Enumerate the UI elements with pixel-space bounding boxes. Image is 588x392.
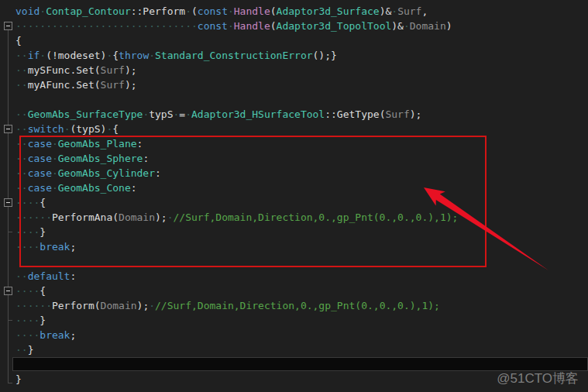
whitespace-dots: ···· [15, 285, 40, 297]
code-token: typS [149, 108, 173, 120]
code-token: Surf [385, 108, 409, 120]
code-token: Surf [101, 79, 125, 91]
whitespace-dots: · [149, 300, 155, 311]
minus-icon [6, 291, 10, 291]
code-token: //Surf,Domain,Direction,0.,gp_Pnt(0.,0.,… [155, 300, 440, 311]
whitespace-dots: ···· [15, 315, 40, 326]
whitespace-dots: ·· [15, 64, 28, 76]
code-line[interactable]: void·Contap_Contour::Perform·(const·Hand… [15, 4, 588, 19]
code-token: Contap_Contour [46, 5, 131, 17]
scope-end-tick [8, 383, 12, 383]
whitespace-dots: · [391, 5, 397, 17]
code-token: ( [191, 5, 198, 17]
fold-collapse-button[interactable] [4, 287, 12, 295]
whitespace-dots: · [228, 5, 234, 17]
code-token: myAFunc.Set( [28, 79, 101, 91]
code-line[interactable] [15, 92, 588, 107]
fold-collapse-button[interactable] [4, 198, 12, 207]
annotation-rectangle [19, 136, 487, 267]
code-token: ::GetType( [325, 108, 385, 120]
code-line[interactable]: ··switch·(typS)·{ [15, 122, 588, 136]
code-token: ( [270, 20, 277, 32]
code-token: Surf [101, 64, 125, 76]
whitespace-dots: ·· [15, 270, 28, 282]
code-token: if [28, 50, 40, 61]
code-line[interactable]: ··} [15, 342, 588, 357]
code-token: ::Perform [131, 5, 185, 17]
code-line[interactable]: ··if·(!modeset)·{throw·Standard_Construc… [15, 48, 588, 63]
code-token: ( [270, 5, 277, 17]
code-line[interactable]: ··GeomAbs_SurfaceType·typS·=·Adaptor3d_H… [15, 107, 588, 122]
code-token: { [112, 50, 119, 61]
code-token: ();} [313, 50, 337, 61]
code-token: Handle [234, 5, 270, 17]
code-line[interactable]: ····} [15, 313, 588, 328]
scope-end-tick [8, 320, 12, 321]
code-token: break [40, 329, 70, 341]
minus-icon [6, 202, 10, 203]
watermark-text: @51CTO博客 [497, 370, 579, 387]
code-token: { [112, 123, 119, 135]
whitespace-dots: · [40, 5, 46, 17]
code-line[interactable]: ····{ [15, 284, 588, 298]
code-line[interactable]: ······························const·Hand… [15, 19, 588, 33]
code-token: { [15, 35, 22, 46]
code-token: } [40, 315, 46, 326]
code-token: GeomAbs_SurfaceType [28, 108, 143, 120]
code-token: switch [28, 123, 64, 135]
code-token: ) [446, 20, 452, 32]
whitespace-dots: ·· [15, 50, 28, 61]
code-token: ); [125, 79, 137, 91]
code-token: = [179, 108, 185, 120]
whitespace-dots: · [185, 5, 191, 17]
whitespace-dots: · [40, 50, 46, 61]
fold-collapse-button[interactable] [4, 22, 12, 30]
code-token: (typS) [70, 123, 106, 135]
code-token: default [28, 270, 70, 282]
code-line[interactable]: { [15, 33, 588, 48]
code-line[interactable]: ······Perform(Domain);·//Surf,Domain,Dir… [15, 298, 588, 313]
code-token: void [15, 5, 40, 17]
minus-icon [6, 129, 10, 129]
whitespace-dots: · [149, 50, 155, 61]
code-token: : [70, 270, 76, 282]
whitespace-dots: · [185, 108, 191, 120]
code-token: Handle [234, 20, 270, 32]
code-token: Standard_ConstructionError [155, 50, 313, 61]
whitespace-dots: ······························ [15, 20, 198, 32]
whitespace-dots: ·· [15, 79, 28, 91]
code-line[interactable]: ··mySFunc.Set(Surf); [15, 63, 588, 77]
code-editor[interactable]: void·Contap_Contour::Perform·(const·Hand… [0, 0, 588, 392]
minus-icon [6, 26, 10, 26]
code-token: ); [137, 300, 150, 311]
scope-end-tick [8, 232, 12, 232]
code-token: const [198, 20, 228, 32]
code-line[interactable]: ··default: [15, 269, 588, 284]
whitespace-dots: ·· [15, 108, 28, 120]
code-token: Domain [410, 20, 446, 32]
code-token: Surf [397, 5, 421, 17]
whitespace-dots: ······ [15, 300, 52, 311]
code-token: Perform( [52, 300, 101, 311]
code-token: ; [70, 329, 76, 341]
code-token: Adaptor3d_HSurfaceTool [191, 108, 325, 120]
whitespace-dots: · [228, 20, 234, 32]
code-token: throw [119, 50, 149, 61]
code-token: )& [391, 20, 404, 32]
code-token: ); [125, 64, 137, 76]
code-token: ); [410, 108, 422, 120]
code-line[interactable]: ··myAFunc.Set(Surf); [15, 77, 588, 92]
code-line[interactable]: ····break; [15, 328, 588, 342]
code-token: } [28, 344, 34, 356]
code-token: Domain [101, 300, 137, 311]
code-token: Adaptor3d_Surface [277, 5, 380, 17]
code-token: Adaptor3d_TopolTool [277, 20, 392, 32]
code-token: )& [380, 5, 392, 17]
fold-collapse-button[interactable] [4, 125, 12, 133]
code-token: } [15, 373, 22, 385]
whitespace-dots: ·· [15, 344, 28, 356]
whitespace-dots: ···· [15, 329, 40, 341]
code-token: mySFunc.Set( [28, 64, 101, 76]
whitespace-dots: ·· [15, 123, 28, 135]
code-token: (!modeset) [46, 50, 106, 61]
